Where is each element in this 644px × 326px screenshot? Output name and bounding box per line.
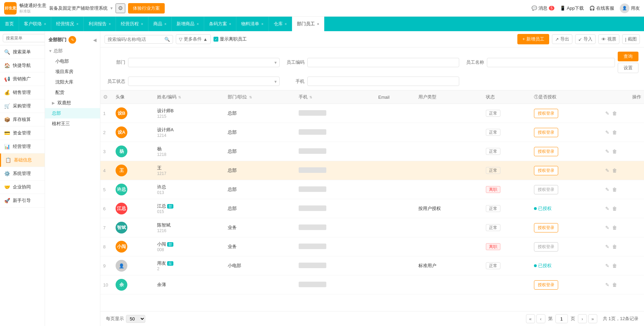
nav-tab-商品[interactable]: 商品 ×: [148, 17, 172, 31]
delete-icon[interactable]: 🗑: [612, 130, 617, 135]
dept-filter-select[interactable]: [128, 58, 280, 67]
search-menu-input[interactable]: [3, 34, 45, 42]
last-page-button[interactable]: »: [588, 314, 597, 323]
col-dept[interactable]: 部门/职位 ⇅: [225, 90, 296, 104]
dept-item-xiangmukufang[interactable]: 项目库房: [45, 67, 100, 77]
dept-edit-button[interactable]: ✎: [69, 36, 76, 44]
dept-collapse-button[interactable]: ◀: [93, 37, 97, 43]
edit-icon[interactable]: ✎: [605, 111, 609, 116]
delete-icon[interactable]: 🗑: [612, 149, 617, 154]
close-tab-icon[interactable]: ×: [261, 22, 263, 26]
close-tab-icon[interactable]: ×: [76, 22, 78, 26]
view-button[interactable]: 👁 视票: [598, 34, 619, 44]
print-button[interactable]: | 截图: [622, 34, 640, 44]
dept-item-zongbu[interactable]: 总部: [45, 108, 100, 118]
auth-login-button[interactable]: 授权登录: [534, 185, 558, 194]
delete-icon[interactable]: 🗑: [612, 244, 617, 249]
delete-icon[interactable]: 🗑: [612, 263, 617, 268]
edit-icon[interactable]: ✎: [605, 187, 609, 192]
col-phone[interactable]: 手机 ⇅: [296, 90, 375, 104]
nav-tab-条码方案[interactable]: 条码方案 ×: [204, 17, 236, 31]
search-input[interactable]: [108, 37, 163, 42]
auth-login-button[interactable]: 授权登录: [534, 242, 558, 252]
sidebar-item-系统管理[interactable]: ⚙️系统管理: [0, 167, 45, 180]
app-download-button[interactable]: 📱 App下载: [560, 5, 584, 11]
edit-icon[interactable]: ✎: [605, 225, 609, 230]
nav-tab-首页[interactable]: 首页: [0, 17, 19, 31]
sidebar-item-资金管理[interactable]: 💳资金管理: [0, 126, 45, 140]
close-tab-icon[interactable]: ×: [164, 22, 166, 26]
close-tab-icon[interactable]: ×: [285, 22, 287, 26]
edit-icon[interactable]: ✎: [605, 149, 609, 154]
nav-tab-新增商品[interactable]: 新增商品 ×: [172, 17, 204, 31]
auth-login-button[interactable]: 授权登录: [534, 280, 558, 290]
dept-item-shuanglu[interactable]: ▶ 双鹿想: [45, 98, 100, 108]
sidebar-item-搜索菜单[interactable]: 🔍搜索菜单: [0, 45, 45, 59]
auth-login-button[interactable]: 授权登录: [534, 166, 558, 175]
page-number-input[interactable]: [555, 314, 568, 323]
sidebar-item-新手引导[interactable]: 🚀新手引导: [0, 194, 45, 208]
sidebar-item-快捷导航[interactable]: 🏠快捷导航: [0, 59, 45, 72]
sidebar-item-营销推广[interactable]: 📢营销推广: [0, 72, 45, 86]
sidebar-item-基础信息[interactable]: 📋基础信息: [0, 153, 45, 167]
sidebar-item-经营管理[interactable]: 📊经营管理: [0, 140, 45, 153]
gear-button[interactable]: ⚙: [116, 3, 125, 13]
add-employee-button[interactable]: + 新增员工: [517, 34, 549, 44]
import-button[interactable]: ↙ 导入: [575, 34, 596, 44]
nav-tab-仓库[interactable]: 仓库 ×: [269, 17, 292, 31]
sidebar-item-采购管理[interactable]: 🛒采购管理: [0, 99, 45, 113]
more-filter-button[interactable]: ▽ 更多条件 ▲: [176, 34, 211, 44]
auth-login-button[interactable]: 授权登录: [534, 109, 558, 118]
delete-icon[interactable]: 🗑: [612, 168, 617, 173]
sidebar-item-库存核算[interactable]: 📦库存核算: [0, 113, 45, 126]
delete-icon[interactable]: 🗑: [612, 282, 617, 288]
edit-icon[interactable]: ✎: [605, 168, 609, 173]
edit-icon[interactable]: ✎: [605, 130, 609, 135]
first-page-button[interactable]: «: [526, 314, 535, 323]
nav-tab-经营历程[interactable]: 经营历程 ×: [116, 17, 148, 31]
online-service-button[interactable]: 🎧 在线客服: [589, 5, 614, 11]
message-button[interactable]: 💬 消息 5: [532, 5, 554, 11]
trial-button[interactable]: 体验行业方案: [128, 3, 165, 14]
sidebar-item-企业协同[interactable]: 🤝企业协同: [0, 180, 45, 194]
empname-filter-input[interactable]: [487, 58, 615, 67]
user-profile[interactable]: 👤 用友: [620, 3, 640, 13]
phone-filter-input[interactable]: [307, 77, 459, 86]
next-page-button[interactable]: ›: [578, 314, 587, 323]
close-tab-icon[interactable]: ×: [141, 22, 143, 26]
auth-login-button[interactable]: 授权登录: [534, 223, 558, 232]
close-tab-icon[interactable]: ×: [109, 22, 111, 26]
nav-tab-经营情况[interactable]: 经营情况 ×: [51, 17, 83, 31]
nav-tab-客户联络[interactable]: 客户联络 ×: [19, 17, 51, 31]
auth-login-button[interactable]: 授权登录: [534, 128, 558, 137]
delete-icon[interactable]: 🗑: [612, 187, 617, 192]
edit-icon[interactable]: ✎: [605, 206, 609, 211]
per-page-select[interactable]: 50 100: [126, 315, 145, 323]
close-tab-icon[interactable]: ×: [317, 22, 319, 26]
dept-item-zhicun[interactable]: 植村王三: [45, 118, 100, 129]
edit-icon[interactable]: ✎: [605, 282, 609, 288]
empstatus-filter-select[interactable]: [128, 77, 280, 86]
filter-query-button[interactable]: 查询: [618, 52, 638, 61]
dept-item-peihuo[interactable]: 配货: [45, 87, 100, 98]
delete-icon[interactable]: 🗑: [612, 206, 617, 211]
filter-set-button[interactable]: 设置: [618, 63, 638, 73]
col-settings[interactable]: ⚙: [100, 90, 113, 104]
close-tab-icon[interactable]: ×: [197, 22, 199, 26]
edit-icon[interactable]: ✎: [605, 263, 609, 268]
nav-tab-利润报告[interactable]: 利润报告 ×: [84, 17, 116, 31]
delete-icon[interactable]: 🗑: [612, 225, 617, 230]
delete-icon[interactable]: 🗑: [612, 111, 617, 116]
system-dropdown-icon[interactable]: ▾: [110, 6, 113, 11]
close-tab-icon[interactable]: ×: [229, 22, 231, 26]
close-tab-icon[interactable]: ×: [44, 22, 46, 26]
nav-tab-物料清单[interactable]: 物料清单 ×: [236, 17, 269, 31]
col-name[interactable]: 姓名/编码 ⇅: [154, 90, 225, 104]
edit-icon[interactable]: ✎: [605, 244, 609, 249]
sidebar-item-销售管理[interactable]: 💰销售管理: [0, 86, 45, 99]
nav-tab-部门员工[interactable]: 部门员工 ×: [292, 17, 324, 31]
show-resigned-toggle[interactable]: ✓ 显示离职员工: [214, 36, 247, 42]
auth-login-button[interactable]: 授权登录: [534, 147, 558, 156]
export-button[interactable]: ↗ 导出: [552, 34, 572, 44]
dept-item-xiaodianbu[interactable]: 小电部: [45, 56, 100, 67]
